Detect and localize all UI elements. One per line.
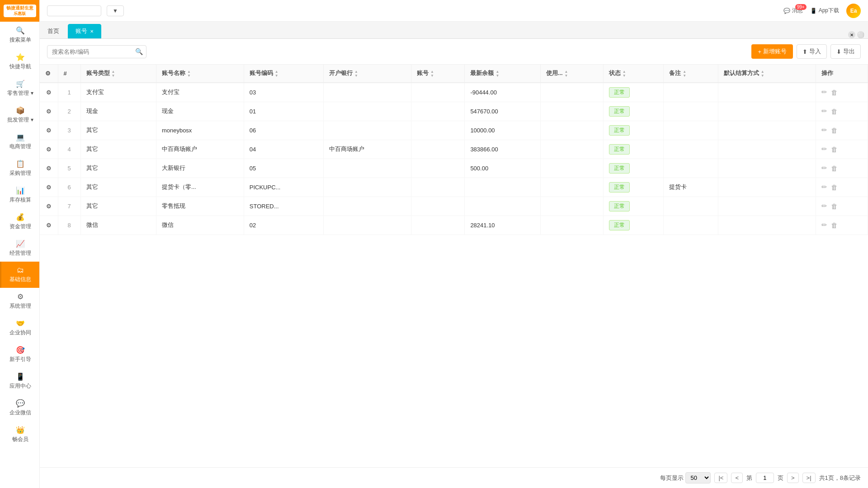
sidebar-item-批发管理[interactable]: 📦 批发管理 ▾ [0, 102, 39, 128]
add-account-button[interactable]: + 新增账号 [751, 44, 793, 59]
edit-button[interactable]: ✏ [821, 202, 827, 210]
settings-cell[interactable]: ⚙ [40, 178, 58, 197]
col-account[interactable]: 账号▲▼ [411, 65, 464, 83]
status-badge: 正常 [609, 163, 630, 174]
sidebar-item-采购管理[interactable]: 📋 采购管理 [0, 155, 39, 182]
settings-cell[interactable]: ⚙ [40, 83, 58, 102]
settings-cell[interactable]: ⚙ [40, 121, 58, 140]
sidebar-item-基础信息[interactable]: 🗂 基础信息 [0, 262, 39, 288]
sidebar-item-畅会员[interactable]: 👑 畅会员 [0, 421, 39, 448]
sort-icon: ▲▼ [623, 70, 626, 78]
col-name[interactable]: 账号名称▲▼ [156, 65, 244, 83]
cell-balance: 383866.00 [465, 140, 540, 159]
settings-icon[interactable]: ⚙ [46, 127, 52, 134]
delete-button[interactable]: 🗑 [831, 127, 838, 134]
delete-button[interactable]: 🗑 [831, 145, 838, 153]
per-page-label: 每页显示 [660, 474, 684, 482]
col-bank[interactable]: 开户银行▲▼ [324, 65, 411, 83]
delete-button[interactable]: 🗑 [831, 202, 838, 210]
settings-icon[interactable]: ⚙ [46, 222, 52, 229]
settings-cell[interactable]: ⚙ [40, 197, 58, 216]
row-index: 5 [58, 159, 80, 178]
sidebar-item-企业协同[interactable]: 🤝 企业协同 [0, 314, 39, 341]
sidebar-item-新手引导[interactable]: 🎯 新手引导 [0, 341, 39, 368]
settings-icon[interactable]: ⚙ [46, 165, 52, 172]
sidebar-item-系统管理[interactable]: ⚙ 系统管理 [0, 288, 39, 314]
sidebar-item-零售管理[interactable]: 🛒 零售管理 ▾ [0, 75, 39, 102]
delete-button[interactable]: 🗑 [831, 89, 838, 96]
tab-close-icon[interactable]: ✕ [90, 29, 94, 34]
settings-cell[interactable]: ⚙ [40, 216, 58, 235]
import-button[interactable]: ⬆ 导入 [797, 44, 827, 59]
edit-button[interactable]: ✏ [821, 145, 827, 153]
delete-button[interactable]: 🗑 [831, 108, 838, 115]
sort-icon: ▲▼ [683, 70, 686, 78]
edit-button[interactable]: ✏ [821, 107, 827, 115]
search-wrap: 🔍 [47, 45, 146, 58]
cell-name: 支付宝 [156, 83, 244, 102]
app-download-button[interactable]: 📱 App下载 [810, 7, 839, 14]
settings-icon[interactable]: ⚙ [46, 184, 52, 191]
sidebar-item-电商管理[interactable]: 💻 电商管理 [0, 128, 39, 155]
export-button[interactable]: ⬇ 导出 [830, 44, 861, 59]
sidebar-item-label: 新手引导 [9, 356, 31, 363]
settings-icon[interactable]: ⚙ [46, 203, 52, 210]
edit-button[interactable]: ✏ [821, 164, 827, 172]
status-badge: 正常 [609, 125, 630, 136]
tab-首页[interactable]: 首页 [40, 24, 67, 38]
settings-cell[interactable]: ⚙ [40, 102, 58, 121]
sidebar-item-label: 资金管理 [9, 223, 31, 230]
sidebar-item-资金管理[interactable]: 💰 资金管理 [0, 208, 39, 235]
sidebar-item-快捷导航[interactable]: ⭐ 快捷导航 [0, 48, 39, 75]
cell-type: 其它 [80, 140, 156, 159]
close-window-button[interactable]: ✕ [848, 31, 855, 38]
delete-button[interactable]: 🗑 [831, 183, 838, 191]
col-balance[interactable]: 最新余额▲▼ [465, 65, 540, 83]
first-page-button[interactable]: |< [714, 473, 727, 483]
delete-button[interactable]: 🗑 [831, 164, 838, 172]
settings-icon[interactable]: ⚙ [46, 89, 52, 96]
edit-button[interactable]: ✏ [821, 221, 827, 229]
sidebar-icon: 💻 [16, 133, 25, 141]
window-controls: ✕ ⬜ [844, 31, 868, 38]
tab-账号[interactable]: 账号✕ [68, 24, 101, 38]
prev-page-button[interactable]: < [731, 473, 743, 483]
sidebar-item-企业微信[interactable]: 💬 企业微信 [0, 394, 39, 421]
cell-usage [540, 140, 603, 159]
next-page-button[interactable]: > [787, 473, 799, 483]
delete-button[interactable]: 🗑 [831, 221, 838, 229]
col-remark[interactable]: 备注▲▼ [664, 65, 718, 83]
last-page-button[interactable]: >| [802, 473, 816, 483]
col-type[interactable]: 账号类型▲▼ [80, 65, 156, 83]
action-buttons: ✏ 🗑 [821, 221, 862, 229]
header-dropdown[interactable]: ▼ [107, 5, 124, 16]
settings-cell[interactable]: ⚙ [40, 140, 58, 159]
top-search-input[interactable] [47, 5, 101, 16]
sidebar-item-库存核算[interactable]: 📊 库存核算 [0, 182, 39, 208]
edit-button[interactable]: ✏ [821, 126, 827, 134]
settings-icon[interactable]: ⚙ [46, 146, 52, 153]
search-input[interactable] [47, 45, 146, 58]
sidebar-item-经营管理[interactable]: 📈 经营管理 [0, 235, 39, 262]
settings-icon[interactable]: ⚙ [46, 108, 52, 115]
action-buttons: ✏ 🗑 [821, 145, 862, 153]
cell-remark: 提货卡 [664, 178, 718, 197]
maximize-window-button[interactable]: ⬜ [857, 31, 864, 38]
sidebar-icon: 📋 [16, 160, 25, 168]
sidebar-item-应用中心[interactable]: 📱 应用中心 [0, 368, 39, 394]
edit-button[interactable]: ✏ [821, 183, 827, 191]
avatar[interactable]: Ea [846, 4, 861, 18]
page-input[interactable] [756, 473, 774, 483]
settings-cell[interactable]: ⚙ [40, 159, 58, 178]
cell-account [411, 121, 464, 140]
col-usage[interactable]: 使用...▲▼ [540, 65, 603, 83]
col-status[interactable]: 状态▲▼ [603, 65, 664, 83]
edit-button[interactable]: ✏ [821, 88, 827, 96]
page-size-select[interactable]: 50 100 [685, 472, 711, 483]
messages-button[interactable]: 💬 消息 99+ [783, 7, 803, 14]
sidebar-item-搜索菜单[interactable]: 🔍 搜索菜单 [0, 22, 39, 48]
action-cell: ✏ 🗑 [816, 197, 868, 216]
col-code[interactable]: 账号编码▲▼ [244, 65, 323, 83]
search-button[interactable]: 🔍 [135, 48, 143, 55]
col-settlement[interactable]: 默认结算方式▲▼ [718, 65, 816, 83]
